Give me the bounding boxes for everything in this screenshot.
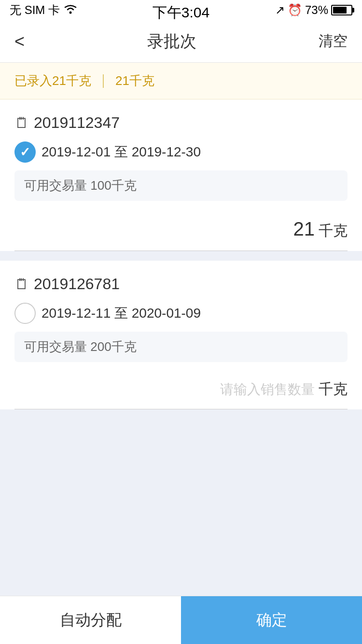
batch-2-input-row[interactable]: 请输入销售数量 千克 bbox=[0, 372, 362, 409]
alarm-icon: ⏰ bbox=[288, 3, 302, 17]
batch-card-1: 🗒 2019112347 ✓ 2019-12-01 至 2019-12-30 可… bbox=[0, 99, 362, 251]
batch-2-number: 2019126781 bbox=[34, 275, 120, 293]
auto-distribute-label: 自动分配 bbox=[60, 610, 122, 631]
clear-button[interactable]: 清空 bbox=[319, 31, 348, 51]
wifi-icon bbox=[64, 3, 77, 17]
confirm-button[interactable]: 确定 bbox=[181, 596, 362, 644]
auto-distribute-button[interactable]: 自动分配 bbox=[0, 596, 181, 644]
check-icon: ✓ bbox=[20, 145, 30, 160]
batch-1-icon: 🗒 bbox=[14, 115, 29, 131]
batch-1-date-row[interactable]: ✓ 2019-12-01 至 2019-12-30 bbox=[0, 137, 362, 170]
bottom-bar: 自动分配 确定 bbox=[0, 596, 362, 644]
batch-2-date: 2019-12-11 至 2020-01-09 bbox=[42, 304, 201, 322]
batch-2-date-row[interactable]: 2019-12-11 至 2020-01-09 bbox=[0, 298, 362, 332]
location-icon: ↗ bbox=[275, 3, 285, 17]
status-time: 下午3:04 bbox=[153, 3, 209, 23]
svg-point-0 bbox=[70, 12, 72, 14]
sim-label: 无 SIM 卡 bbox=[10, 2, 60, 18]
batch-1-unit: 千克 bbox=[319, 221, 348, 241]
back-button[interactable]: < bbox=[14, 31, 25, 52]
battery-percent: 73% bbox=[305, 3, 328, 17]
batch-1-radio[interactable]: ✓ bbox=[14, 141, 36, 163]
batch-2-unit: 千克 bbox=[319, 379, 348, 399]
batch-2-icon: 🗒 bbox=[14, 276, 29, 293]
summary-divider bbox=[103, 74, 104, 88]
battery-icon bbox=[331, 5, 352, 15]
status-right: ↗ ⏰ 73% bbox=[275, 3, 352, 17]
batch-2-availability: 可用交易量 200千克 bbox=[14, 332, 348, 362]
batch-2-radio[interactable] bbox=[14, 303, 36, 324]
summary-banner: 已录入21千克 21千克 bbox=[0, 63, 362, 99]
batch-1-date: 2019-12-01 至 2019-12-30 bbox=[42, 143, 201, 161]
confirm-label: 确定 bbox=[256, 610, 287, 631]
batch-2-header: 🗒 2019126781 bbox=[0, 261, 362, 298]
batch-1-amount-row[interactable]: 21 千克 bbox=[0, 210, 362, 251]
batch-1-header: 🗒 2019112347 bbox=[0, 99, 362, 137]
page-title: 录批次 bbox=[147, 30, 196, 53]
summary-value: 21千克 bbox=[115, 72, 154, 89]
status-left: 无 SIM 卡 bbox=[10, 2, 77, 18]
batch-1-amount[interactable]: 21 bbox=[293, 218, 315, 240]
batch-1-availability: 可用交易量 100千克 bbox=[14, 170, 348, 201]
batch-card-2: 🗒 2019126781 2019-12-11 至 2020-01-09 可用交… bbox=[0, 261, 362, 409]
summary-recorded: 已录入21千克 bbox=[14, 72, 91, 89]
batch-1-number: 2019112347 bbox=[34, 114, 120, 132]
batch-2-input-placeholder: 请输入销售数量 bbox=[220, 380, 315, 399]
nav-bar: < 录批次 清空 bbox=[0, 20, 362, 63]
status-bar: 无 SIM 卡 下午3:04 ↗ ⏰ 73% bbox=[0, 0, 362, 20]
section-divider bbox=[0, 251, 362, 261]
